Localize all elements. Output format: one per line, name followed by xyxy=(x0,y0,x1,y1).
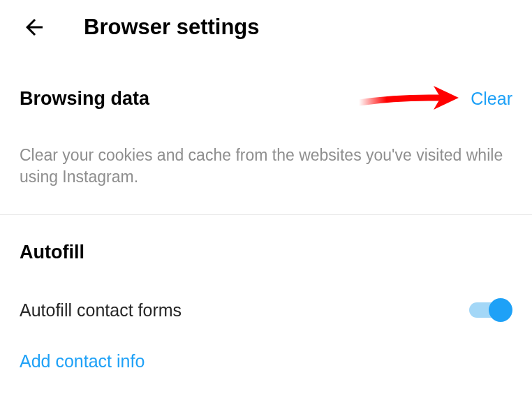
clear-button[interactable]: Clear xyxy=(471,89,512,109)
autofill-toggle-row: Autofill contact forms xyxy=(20,298,512,322)
section-divider xyxy=(0,214,532,215)
autofill-toggle-label: Autofill contact forms xyxy=(20,300,182,321)
browsing-data-label: Browsing data xyxy=(20,88,149,110)
add-contact-info-link[interactable]: Add contact info xyxy=(20,351,512,372)
browsing-data-description: Clear your cookies and cache from the we… xyxy=(20,145,512,188)
autofill-section: Autofill Autofill contact forms Add cont… xyxy=(0,242,532,372)
browsing-data-row: Browsing data Clear xyxy=(20,88,512,110)
header: Browser settings xyxy=(0,0,532,54)
red-arrow-icon xyxy=(355,80,460,115)
back-button[interactable] xyxy=(20,13,49,42)
browsing-data-section: Browsing data Clear Clear your cookies a… xyxy=(0,88,532,188)
arrow-left-icon xyxy=(22,15,47,40)
autofill-heading: Autofill xyxy=(20,242,512,263)
annotation-arrow xyxy=(355,80,460,118)
toggle-thumb xyxy=(489,298,512,322)
page-title: Browser settings xyxy=(84,15,260,40)
autofill-toggle[interactable] xyxy=(469,298,512,322)
